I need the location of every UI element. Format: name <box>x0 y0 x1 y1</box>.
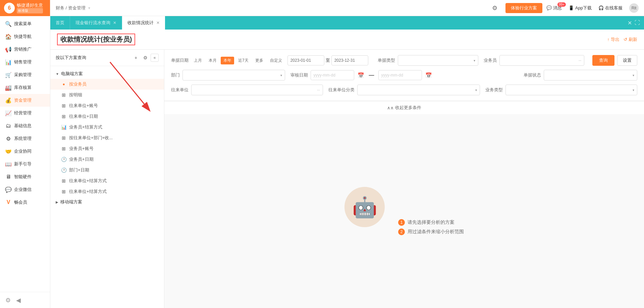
date-to-input[interactable]: 2023-12-31 <box>331 55 368 65</box>
scheme-tree: ▼ 电脑端方案 ● 按业务员 ⊞ 按明细 ⊞ 往来单位+账号 <box>50 66 164 210</box>
partner-category-label: 往来单位分类 <box>328 87 355 93</box>
sidebar-item-purchase[interactable]: 🛒 采购管理 <box>0 68 50 81</box>
tree-item-unit-date[interactable]: ⊞ 往来单位+日期 <box>50 111 164 122</box>
sidebar: 6 畅捷通好生意 标准版 🔍 搜索菜单 🏠 快捷导航 📢 营销推广 📊 销售管理… <box>0 0 50 308</box>
sidebar-item-corp[interactable]: 🤝 企业协同 <box>0 145 50 158</box>
audit-date-filter-item: 审核日期 yyyy-mm-dd 📅 — yyyy-mm-dd 📅 <box>290 70 518 80</box>
date-from-input[interactable]: 2023-01-01 <box>287 55 324 65</box>
sidebar-item-hardware[interactable]: 🖥 智能硬件 <box>0 170 50 183</box>
desktop-scheme-group[interactable]: ▼ 电脑端方案 <box>50 69 164 79</box>
dept-chevron-icon: ▾ <box>280 73 282 77</box>
add-scheme-button[interactable]: + <box>132 54 140 62</box>
tab-bank-close-icon[interactable]: ✕ <box>113 20 116 25</box>
date-btn-custom[interactable]: 自定义 <box>267 57 285 64</box>
tab-bank[interactable]: 现金银行流水查询 ✕ <box>70 16 122 30</box>
date-btn-7days[interactable]: 近7天 <box>235 57 251 64</box>
query-button[interactable]: 查询 <box>592 55 614 66</box>
salesperson-select[interactable]: ··· <box>499 55 584 66</box>
tree-item-unit-dept[interactable]: ⊞ 按往来单位+部门+收... <box>50 133 164 143</box>
user-avatar[interactable]: Rit <box>629 3 639 13</box>
date-btn-last-month[interactable]: 上月 <box>191 57 205 64</box>
tab-bar: 首页 现金银行流水查询 ✕ 收款情况统计 ✕ ✕ ⛶ <box>50 16 644 30</box>
collapse-bar[interactable]: ∧∧ 收起更多条件 <box>164 101 644 114</box>
tree-item-salesperson-account[interactable]: ⊞ 业务员+账号 <box>50 143 164 154</box>
audit-date-calendar-icon-to[interactable]: 📅 <box>425 72 432 79</box>
message-button[interactable]: 💬 消息 99+ <box>546 5 562 11</box>
doc-status-select[interactable]: ▾ <box>544 70 638 81</box>
sidebar-item-system[interactable]: ⚙ 系统管理 <box>0 132 50 145</box>
window-close-button[interactable]: ✕ <box>628 20 632 26</box>
service-icon: 🎧 <box>598 5 604 10</box>
sidebar-item-basic[interactable]: 🗂 基础信息 <box>0 119 50 132</box>
sidebar-item-inventory[interactable]: 🏭 库存核算 <box>0 81 50 94</box>
tip-num-1: 1 <box>398 219 405 226</box>
sidebar-label-corp: 企业协同 <box>14 148 32 154</box>
finance-icon: 💰 <box>5 97 11 103</box>
tree-item-salesperson-settle[interactable]: 📊 业务员+结算方式 <box>50 122 164 133</box>
biz-type-select[interactable]: ▾ <box>505 85 637 95</box>
body-layout: 按以下方案查询 + ⚙ « ▼ 电脑端方案 ● 按业务员 <box>50 50 644 308</box>
tree-item-by-detail[interactable]: ⊞ 按明细 <box>50 90 164 100</box>
biz-type-chevron-icon: ▾ <box>633 88 634 92</box>
message-icon: 💬 <box>546 5 552 10</box>
panel-collapse-button[interactable]: « <box>151 54 159 62</box>
export-button[interactable]: ↑ 导出 <box>607 37 620 43</box>
sidebar-item-finance[interactable]: 💰 资金管理 <box>0 94 50 107</box>
audit-date-to-input[interactable]: yyyy-mm-dd <box>378 70 422 80</box>
tab-receipt[interactable]: 收款情况统计 ✕ <box>122 16 165 30</box>
biz-type-filter-item: 业务类型 ▾ <box>485 85 637 95</box>
tree-item-unit-account[interactable]: ⊞ 往来单位+账号 <box>50 100 164 111</box>
sidebar-item-guide[interactable]: 📖 新手引导 <box>0 158 50 170</box>
date-btn-more[interactable]: 更多 <box>253 57 266 64</box>
doc-type-select[interactable]: ▾ <box>398 55 478 66</box>
audit-date-calendar-icon-from[interactable]: 📅 <box>358 72 364 79</box>
sidebar-item-sales[interactable]: 📊 销售管理 <box>0 56 50 68</box>
date-filter-label: 单据日期 <box>171 57 189 63</box>
dept-label: 部门 <box>171 72 180 78</box>
tree-item-salesperson-date[interactable]: 🕐 业务员+日期 <box>50 154 164 165</box>
refresh-button[interactable]: ↺ 刷新 <box>624 37 637 43</box>
guide-icon: 📖 <box>5 161 11 167</box>
sidebar-item-wechat[interactable]: 💬 企业微信 <box>0 183 50 196</box>
sidebar-item-search[interactable]: 🔍 搜索菜单 <box>0 17 50 30</box>
tree-label-by-detail: 按明细 <box>69 92 82 98</box>
service-label: 在线客服 <box>605 5 623 11</box>
app-download-button[interactable]: 📱 App下载 <box>569 5 592 11</box>
scheme-settings-button[interactable]: ⚙ <box>141 54 149 62</box>
sidebar-label-search: 搜索菜单 <box>14 21 32 27</box>
tab-receipt-close-icon[interactable]: ✕ <box>156 20 160 25</box>
partner-select[interactable]: ··· <box>191 85 323 95</box>
mobile-scheme-group[interactable]: ▶ 移动端方案 <box>50 197 164 207</box>
date-filter-item: 单据日期 上月 本月 本年 近7天 更多 自定义 2023-01-01 <box>171 55 372 65</box>
sidebar-label-operation: 经营管理 <box>14 110 32 116</box>
sidebar-item-operation[interactable]: 📈 经营管理 <box>0 107 50 119</box>
page-content: 收款情况统计(按业务员) ↑ 导出 ↺ 刷新 按以下方案查询 + <box>50 30 644 308</box>
tab-home[interactable]: 首页 <box>50 16 70 30</box>
footer-settings-icon[interactable]: ⚙ <box>5 297 11 304</box>
dept-select[interactable]: ▾ <box>182 70 285 81</box>
tree-item-dept-date[interactable]: 🕐 部门+日期 <box>50 165 164 175</box>
footer-collapse-icon[interactable]: ◀ <box>16 297 21 304</box>
online-service-button[interactable]: 🎧 在线客服 <box>598 5 623 11</box>
tree-label-unit-settle2: 往来单位+结算方式 <box>69 189 107 195</box>
sidebar-label-guide: 新手引导 <box>14 161 32 167</box>
partner-category-select[interactable]: ▾ <box>357 85 480 95</box>
sidebar-label-quicknav: 快捷导航 <box>14 34 32 40</box>
tab-bank-label: 现金银行流水查询 <box>75 20 110 26</box>
tree-item-unit-settle2[interactable]: ⊞ 往来单位+结算方式 <box>50 186 164 197</box>
sidebar-item-member[interactable]: V 畅会员 <box>0 196 50 209</box>
sidebar-item-marketing[interactable]: 📢 营销推广 <box>0 43 50 56</box>
date-btn-this-month[interactable]: 本月 <box>206 57 219 64</box>
desktop-scheme-label: 电脑端方案 <box>61 71 83 77</box>
filter-settings-button[interactable]: 设置 <box>617 55 637 66</box>
sidebar-item-quicknav[interactable]: 🏠 快捷导航 <box>0 30 50 43</box>
window-maximize-button[interactable]: ⛶ <box>635 20 640 26</box>
audit-date-from-input[interactable]: yyyy-mm-dd <box>311 70 354 80</box>
trial-button[interactable]: 体验行业方案 <box>505 3 542 13</box>
tree-item-unit-settle1[interactable]: ⊞ 往来单位+结算方式 <box>50 175 164 186</box>
main-area: 财务 / 资金管理 ▾ ⚙ 体验行业方案 💬 消息 99+ 📱 App下载 🎧 … <box>50 0 644 308</box>
settings-gear-button[interactable]: ⚙ <box>489 3 500 13</box>
corp-icon: 🤝 <box>5 148 11 154</box>
date-btn-this-year[interactable]: 本年 <box>221 57 234 64</box>
tree-item-by-salesperson[interactable]: ● 按业务员 <box>50 79 164 90</box>
